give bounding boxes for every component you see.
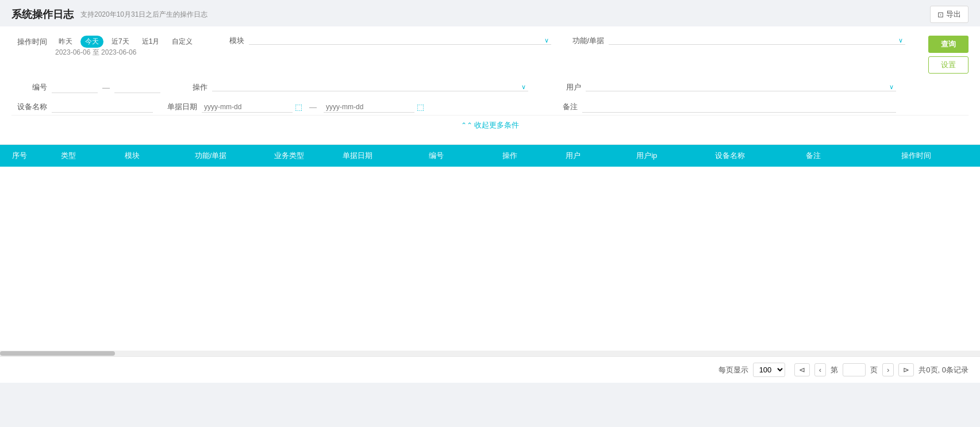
code-dash: — <box>102 83 110 92</box>
module-label: 模块 <box>209 36 249 46</box>
date-range-display: 2023-06-06 至 2023-06-06 <box>55 48 136 56</box>
voucher-date-group: ⬚ — ⬚ <box>202 102 525 113</box>
col-op-time: 操作时间 <box>852 145 980 167</box>
user-select[interactable]: ∨ <box>586 83 896 91</box>
func-select-text <box>609 40 896 42</box>
code-input-start[interactable] <box>52 82 98 93</box>
data-table: 序号 类型 模块 功能/单据 业务类型 单据日期 编号 操作 用户 用户ip 设… <box>0 145 980 167</box>
operation-chevron-icon: ∨ <box>519 83 528 91</box>
module-select-text <box>249 40 542 42</box>
total-info: 共0页, 0条记录 <box>918 365 969 375</box>
col-code: 编号 <box>392 145 480 167</box>
time-btn-7days[interactable]: 近7天 <box>107 36 134 48</box>
time-label: 操作时间 <box>11 37 52 47</box>
prev-page-button[interactable]: ‹ <box>814 363 826 376</box>
col-user-ip: 用户ip <box>608 145 686 167</box>
func-chevron-icon: ∨ <box>896 37 905 44</box>
col-module: 模块 <box>98 145 166 167</box>
operation-select[interactable]: ∨ <box>212 83 528 91</box>
next-page-button[interactable]: › <box>882 363 894 376</box>
module-chevron-icon: ∨ <box>542 37 551 44</box>
voucher-date-label: 单据日期 <box>164 102 202 112</box>
col-device: 设备名称 <box>686 145 774 167</box>
user-label: 用户 <box>540 82 586 93</box>
table-header: 序号 类型 模块 功能/单据 业务类型 单据日期 编号 操作 用户 用户ip 设… <box>0 145 980 167</box>
col-voucher-date: 单据日期 <box>324 145 392 167</box>
date-end-input[interactable] <box>324 102 414 113</box>
collapse-bar[interactable]: ⌃⌃ 收起更多条件 <box>11 115 969 135</box>
date-start-input[interactable] <box>202 102 293 113</box>
export-button[interactable]: ⊡ 导出 <box>930 6 969 23</box>
remark-input[interactable] <box>582 101 897 113</box>
col-remark: 备注 <box>774 145 852 167</box>
calendar-start-icon[interactable]: ⬚ <box>295 102 302 111</box>
page-subtitle: 支持2020年10月31日之后产生的操作日志 <box>80 10 207 20</box>
first-page-button[interactable]: ⊲ <box>794 363 810 376</box>
col-func: 功能/单据 <box>167 145 255 167</box>
col-user: 用户 <box>539 145 608 167</box>
filter-area: 操作时间 昨天 今天 近7天 近1月 自定义 2023-06-06 至 2023… <box>0 26 980 145</box>
code-label: 编号 <box>11 82 52 93</box>
settings-button[interactable]: 设置 <box>928 56 969 74</box>
user-chevron-icon: ∨ <box>887 83 896 91</box>
device-label: 设备名称 <box>11 102 52 112</box>
calendar-end-icon[interactable]: ⬚ <box>417 102 424 111</box>
page-size-select[interactable]: 100 50 200 <box>753 363 785 377</box>
query-button[interactable]: 查询 <box>928 36 969 53</box>
func-select[interactable]: ∨ <box>609 37 905 45</box>
time-options: 昨天 今天 近7天 近1月 自定义 <box>54 36 197 48</box>
time-btn-yesterday[interactable]: 昨天 <box>54 36 77 48</box>
func-label: 功能/单据 <box>563 36 609 46</box>
col-type: 类型 <box>39 145 98 167</box>
voucher-date-dash: — <box>309 103 317 111</box>
collapse-icon: ⌃⌃ <box>461 121 472 129</box>
remark-label: 备注 <box>536 102 582 112</box>
page-header: 系统操作日志 支持2020年10月31日之后产生的操作日志 ⊡ 导出 <box>0 0 980 26</box>
pagination-bar: 每页显示 100 50 200 ⊲ ‹ 第 1 页 › ⊳ 共0页, 0条记录 <box>0 356 980 383</box>
table-header-row: 序号 类型 模块 功能/单据 业务类型 单据日期 编号 操作 用户 用户ip 设… <box>0 145 980 167</box>
time-btn-1month[interactable]: 近1月 <box>137 36 164 48</box>
page-input[interactable]: 1 <box>843 363 866 376</box>
scrollbar-area[interactable] <box>0 351 980 356</box>
time-btn-custom[interactable]: 自定义 <box>167 36 197 48</box>
col-seq: 序号 <box>0 145 39 167</box>
device-input[interactable] <box>52 101 153 113</box>
scrollbar-thumb[interactable] <box>0 351 115 356</box>
operation-select-text <box>212 86 519 89</box>
last-page-button[interactable]: ⊳ <box>898 363 914 376</box>
time-btn-today[interactable]: 今天 <box>80 36 103 48</box>
empty-area <box>0 167 980 351</box>
page-unit: 页 <box>870 365 878 375</box>
page-title: 系统操作日志 <box>11 7 74 21</box>
operation-label: 操作 <box>172 82 212 93</box>
export-icon: ⊡ <box>937 10 944 19</box>
table-container: 序号 类型 模块 功能/单据 业务类型 单据日期 编号 操作 用户 用户ip 设… <box>0 145 980 351</box>
collapse-label: 收起更多条件 <box>474 121 519 129</box>
page-label: 第 <box>831 365 838 375</box>
action-buttons: 查询 设置 <box>928 36 969 74</box>
user-select-text <box>586 86 887 89</box>
col-biz-type: 业务类型 <box>255 145 323 167</box>
module-select[interactable]: ∨ <box>249 37 551 45</box>
col-operation: 操作 <box>480 145 539 167</box>
page-size-label: 每页显示 <box>718 365 748 375</box>
code-input-end[interactable] <box>114 82 160 93</box>
